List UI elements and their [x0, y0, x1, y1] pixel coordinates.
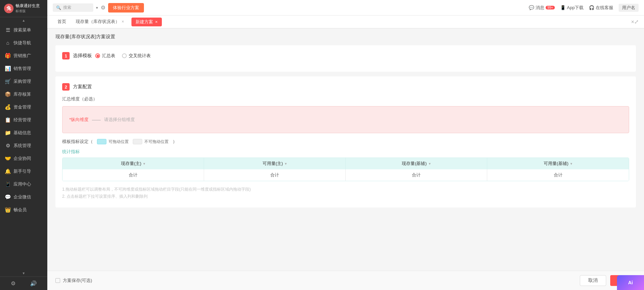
- service-icon: 🎧: [589, 5, 594, 10]
- sidebar-logo: 兔 畅康通好生意 标准版: [0, 0, 47, 17]
- dimension-box[interactable]: *纵向维度 —— 请选择分组维度: [62, 106, 629, 133]
- stats-col-3-body: 合计: [346, 169, 487, 181]
- ai-fab-button[interactable]: Ai: [617, 275, 644, 290]
- sidebar-item-sales[interactable]: 📊 销售管理: [0, 62, 47, 75]
- template-setting-row: 模板指标设定（ 可拖动位置 不可拖动位置 ）: [62, 139, 629, 145]
- sidebar-item-enterprise[interactable]: 🤝 企业协同: [0, 152, 47, 165]
- industry-btn[interactable]: 体验行业方案: [108, 3, 144, 13]
- required-vertical-dim: *纵向维度: [69, 117, 89, 123]
- topbar-message[interactable]: 💬 消息 99+: [529, 5, 555, 11]
- tip-2: 2. 点击标题栏下拉可设置排序、插入列和删除列: [62, 194, 629, 199]
- vip-icon: 👑: [5, 207, 11, 213]
- stats-label: 统计指标: [62, 149, 629, 155]
- stats-col-2-body: 合计: [204, 169, 346, 181]
- sidebar-item-enterprise-wx[interactable]: 💬 企业微信: [0, 191, 47, 203]
- sidebar-item-operations[interactable]: 📋 经营管理: [0, 114, 47, 126]
- tab-inventory-close[interactable]: ×: [122, 19, 124, 24]
- step2-badge: 2: [62, 83, 70, 91]
- sidebar-item-quick-nav[interactable]: ⌂ 快捷导航: [0, 37, 47, 49]
- save-checkbox-label: 方案保存(可选): [63, 277, 92, 284]
- new-guide-icon: 🔔: [5, 168, 11, 174]
- topbar-gear-icon[interactable]: ⚙: [101, 4, 105, 11]
- sidebar-item-marketing[interactable]: 🎁 营销推广: [0, 49, 47, 62]
- sidebar-item-system[interactable]: ⚙ 系统管理: [0, 139, 47, 152]
- topbar-user[interactable]: 用户名: [619, 4, 639, 12]
- sidebar-item-inventory[interactable]: 📦 库存核算: [0, 88, 47, 101]
- template-setting-label: 模板指标设定（: [62, 139, 93, 145]
- legend-nondrag-box: [133, 139, 142, 144]
- search-box[interactable]: 🔍 搜索: [53, 3, 93, 12]
- app-logo-icon: 兔: [4, 4, 14, 13]
- app-center-icon: 📱: [5, 181, 11, 187]
- save-checkbox[interactable]: 方案保存(可选): [55, 277, 92, 284]
- search-icon: 🔍: [56, 5, 61, 10]
- radio-cross-dot: [122, 53, 127, 58]
- sidebar-item-search-menu[interactable]: ☰ 搜索菜单: [0, 24, 47, 37]
- purchase-icon: 🛒: [5, 78, 11, 84]
- stats-col-3-header[interactable]: 现存量(基辅) ▾: [346, 158, 487, 169]
- legend-close: ）: [173, 139, 177, 145]
- sidebar-item-label: 新手引导: [14, 168, 31, 174]
- sidebar-item-label: 销售管理: [14, 66, 31, 72]
- tab-new-scheme[interactable]: 新建方案 ×: [131, 18, 162, 26]
- sidebar-item-app-center[interactable]: 📱 应用中心: [0, 178, 47, 191]
- sidebar-item-finance[interactable]: 💰 资金管理: [0, 101, 47, 114]
- radio-cross[interactable]: 交叉统计表: [122, 53, 151, 59]
- stats-col-4-header[interactable]: 可用量(基辅) ▾: [487, 158, 629, 169]
- sidebar-scroll-down[interactable]: ▼: [0, 270, 47, 276]
- stats-section: 统计指标 现存量(主) ▾ 可用量(主) ▾ 现存量(基辅): [62, 149, 629, 181]
- tip-1: 1.拖动标题栏可以调整布局，不可跨维度或指标区域拖动栏目字段(只能在同一维度或指…: [62, 187, 629, 192]
- stats-table-header: 现存量(主) ▾ 可用量(主) ▾ 现存量(基辅) ▾ 可用量(基辅): [63, 158, 629, 169]
- system-icon: ⚙: [5, 143, 11, 149]
- tab-home-label: 首页: [57, 19, 66, 25]
- tab-home[interactable]: 首页: [53, 16, 71, 28]
- tab-new-close[interactable]: ×: [155, 19, 158, 24]
- sidebar-item-purchase[interactable]: 🛒 采购管理: [0, 75, 47, 88]
- cancel-button[interactable]: 取消: [580, 275, 606, 286]
- sidebar-item-label: 采购管理: [14, 78, 31, 84]
- topbar-app-download[interactable]: 📱 App下载: [560, 5, 584, 11]
- sidebar-scroll-up[interactable]: ▲: [0, 17, 47, 24]
- stats-col-1-header[interactable]: 现存量(主) ▾: [63, 158, 204, 169]
- save-checkbox-box[interactable]: [55, 278, 60, 283]
- col-1-dropdown-icon[interactable]: ▾: [143, 162, 145, 166]
- topbar-left: 🔍 搜索 ▾ ⚙ 体验行业方案: [53, 3, 525, 13]
- stats-col-4-body: 合计: [487, 169, 629, 181]
- tab-inventory-status[interactable]: 现存量（库存状况表） ×: [71, 16, 129, 28]
- step2-header: 2 方案配置: [62, 83, 629, 91]
- topbar-online-service[interactable]: 🎧 在线客服: [589, 5, 613, 11]
- legend-nondrag-label: 不可拖动位置: [144, 139, 169, 145]
- settings-icon[interactable]: ⚙: [11, 280, 16, 287]
- topbar-dropdown[interactable]: ▾: [96, 5, 98, 10]
- step1-header: 1 选择模板 汇总表 交叉统计表: [62, 52, 629, 59]
- enterprise-wx-icon: 💬: [5, 194, 11, 200]
- sidebar-item-label: 资金管理: [14, 104, 31, 110]
- speaker-icon[interactable]: 🔊: [30, 280, 37, 287]
- col-3-dropdown-icon[interactable]: ▾: [429, 162, 431, 166]
- close-window-icon[interactable]: ×: [631, 19, 634, 25]
- col-4-dropdown-icon[interactable]: ▾: [570, 162, 572, 166]
- tab-new-label: 新建方案: [135, 19, 153, 25]
- sidebar-item-label: 畅会员: [14, 207, 27, 213]
- sidebar-item-label: 基础信息: [14, 130, 31, 136]
- message-badge: 99+: [546, 6, 555, 9]
- expand-window-icon[interactable]: ⤢: [634, 19, 639, 25]
- sidebar-item-new-guide[interactable]: 🔔 新手引导: [0, 165, 47, 178]
- search-placeholder: 搜索: [63, 5, 71, 10]
- radio-cross-label: 交叉统计表: [129, 53, 151, 59]
- col-2-dropdown-icon[interactable]: ▾: [285, 162, 287, 166]
- stats-col-4-label: 可用量(基辅): [544, 161, 569, 167]
- sales-icon: 📊: [5, 66, 11, 72]
- dim-placeholder: 请选择分组维度: [104, 117, 135, 123]
- sidebar-item-label: 库存核算: [14, 91, 31, 97]
- stats-col-2-header[interactable]: 可用量(主) ▾: [204, 158, 346, 169]
- sidebar-item-basic-info[interactable]: 📁 基础信息: [0, 126, 47, 139]
- sidebar-item-label: 系统管理: [14, 143, 31, 149]
- radio-summary[interactable]: 汇总表: [95, 53, 115, 59]
- quick-nav-icon: ⌂: [5, 40, 11, 46]
- step1-section: 1 选择模板 汇总表 交叉统计表: [55, 45, 636, 72]
- marketing-icon: 🎁: [5, 53, 11, 59]
- main-area: 🔍 搜索 ▾ ⚙ 体验行业方案 💬 消息 99+ 📱 App下载 🎧 在线客服 …: [47, 0, 644, 290]
- sidebar-item-vip[interactable]: 👑 畅会员: [0, 203, 47, 216]
- step2-section: 2 方案配置 汇总维度（必选） *纵向维度 —— 请选择分组维度 模板指标设定（…: [55, 76, 636, 208]
